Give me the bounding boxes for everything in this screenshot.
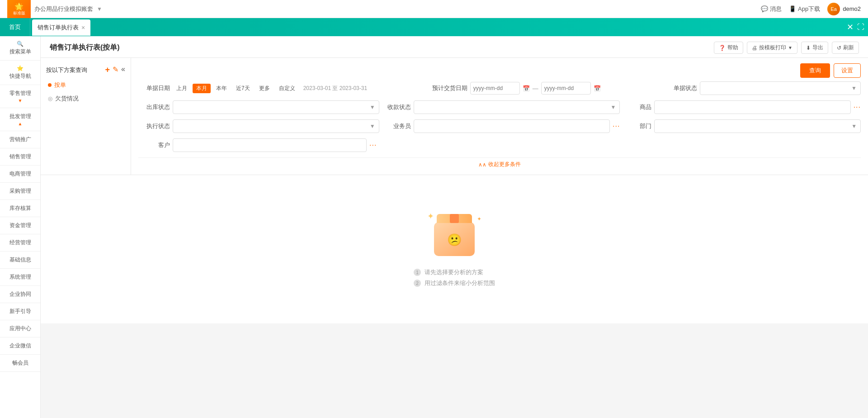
top-bar-left: 🌟 标准版 办公用品行业模拟账套 ▼ <box>7 0 102 18</box>
salesperson-input[interactable] <box>414 119 610 133</box>
sidebar-system-label: 系统管理 <box>9 273 31 281</box>
add-scheme-icon[interactable]: + <box>105 65 110 75</box>
sidebar-item-purchase[interactable]: 采购管理 <box>0 183 40 200</box>
tab-maximize-icon[interactable]: ⛶ <box>857 23 864 31</box>
sidebar-item-marketing[interactable]: 营销推广 <box>0 131 40 148</box>
sidebar-item-wholesale[interactable]: 批发管理 ▲ <box>0 108 40 131</box>
exec-status-select[interactable]: ▼ <box>173 119 379 133</box>
chevron-up-icon: ▲ <box>18 121 23 126</box>
sidebar-item-weixin[interactable]: 企业微信 <box>0 337 40 355</box>
doc-status-field: 单据状态 ▼ <box>665 81 861 95</box>
date-tab-custom[interactable]: 自定义 <box>275 84 299 93</box>
salesperson-label: 业务员 <box>379 122 411 130</box>
sidebar-purchase-label: 采购管理 <box>9 187 31 195</box>
sidebar-item-shortcut[interactable]: ⭐ 快捷导航 <box>0 61 40 85</box>
sidebar-item-operations[interactable]: 经营管理 <box>0 234 40 252</box>
top-bar: 🌟 标准版 办公用品行业模拟账套 ▼ 💬 消息 📱 App下载 Ea demo2 <box>0 0 868 18</box>
product-dots-btn[interactable]: ··· <box>854 103 861 111</box>
sidebar-item-enterprise[interactable]: 企业协同 <box>0 286 40 303</box>
date-tab-this-month[interactable]: 本月 <box>193 84 211 93</box>
department-field: 部门 ▼ <box>620 119 861 133</box>
doc-status-select[interactable]: ▼ <box>700 81 861 95</box>
customer-dots-btn[interactable]: ··· <box>369 141 377 149</box>
export-btn[interactable]: ⬇ 导出 <box>801 42 828 54</box>
sidebar-item-appstore[interactable]: 应用中心 <box>0 320 40 337</box>
filter-form-area: 单据日期 上月 本月 本年 近7天 更多 自定义 2023-03-01 至 20… <box>131 78 868 175</box>
sidebar-item-finance[interactable]: 资金管理 <box>0 217 40 234</box>
refresh-btn[interactable]: ↺ 刷新 <box>832 42 859 54</box>
sidebar-item-member[interactable]: 畅会员 <box>0 355 40 372</box>
sidebar: 🔍 搜索菜单 ⭐ 快捷导航 零售管理 ▼ 批发管理 ▲ 营销推广 销售管理 电商… <box>0 36 41 418</box>
help-icon: ❓ <box>719 45 726 51</box>
export-icon: ⬇ <box>806 45 811 51</box>
sidebar-item-search[interactable]: 🔍 搜索菜单 <box>0 36 40 61</box>
user-name: demo2 <box>843 5 861 12</box>
collapse-panel-icon[interactable]: « <box>121 65 125 75</box>
settings-btn[interactable]: 设置 <box>834 63 861 78</box>
expected-date-start[interactable] <box>470 82 520 95</box>
help-label: 帮助 <box>727 44 738 52</box>
top-bar-right: 💬 消息 📱 App下载 Ea demo2 <box>761 3 861 15</box>
tab-label: 销售订单执行表 <box>38 24 79 32</box>
user-area[interactable]: Ea demo2 <box>827 3 861 15</box>
sidebar-item-newbie[interactable]: 新手引导 <box>0 303 40 320</box>
department-select[interactable]: ▼ <box>654 119 861 133</box>
doc-status-label: 单据状态 <box>665 84 697 92</box>
date-tab-more[interactable]: 更多 <box>255 84 274 93</box>
sidebar-basic-label: 基础信息 <box>9 256 31 264</box>
sidebar-item-inventory[interactable]: 库存核算 <box>0 200 40 217</box>
delivery-status-field: 出库状态 ▼ <box>138 100 379 114</box>
box-face-icon: 😕 <box>447 233 462 247</box>
top-right-buttons: 查询 设置 <box>131 58 868 78</box>
empty-tips: 1 请先选择要分析的方案 2 用过滤条件来缩小分析范围 <box>414 268 495 287</box>
salesperson-field: 业务员 ··· <box>379 119 620 133</box>
messages-label: 消息 <box>770 5 782 13</box>
calendar-start-icon[interactable]: 📅 <box>523 85 530 92</box>
customer-input[interactable] <box>173 138 367 152</box>
left-panel-header: 按以下方案查询 + ✎ « <box>41 63 131 78</box>
date-tabs-group: 上月 本月 本年 近7天 更多 自定义 <box>173 84 299 93</box>
sidebar-item-sales[interactable]: 销售管理 <box>0 148 40 166</box>
collection-status-select[interactable]: ▼ <box>414 100 620 114</box>
date-tab-last-month[interactable]: 上月 <box>173 84 191 93</box>
tab-home-label: 首页 <box>9 23 21 31</box>
department-arrow: ▼ <box>851 123 857 129</box>
export-label: 导出 <box>812 44 823 52</box>
sidebar-item-ecommerce[interactable]: 电商管理 <box>0 166 40 183</box>
shortage-icon: ◎ <box>48 95 52 102</box>
active-dot <box>48 83 52 87</box>
messages-btn[interactable]: 💬 消息 <box>761 5 782 13</box>
tip-text-1: 请先选择要分析的方案 <box>425 268 483 276</box>
date-tab-7days[interactable]: 近7天 <box>232 84 254 93</box>
delivery-status-label: 出库状态 <box>138 103 170 111</box>
edit-scheme-icon[interactable]: ✎ <box>113 65 118 75</box>
tip-num-2: 2 <box>414 280 421 287</box>
star-icon-1: ✦ <box>427 211 434 221</box>
app-download-btn[interactable]: 📱 App下载 <box>789 5 820 13</box>
sidebar-retail-label: 零售管理 <box>9 90 31 97</box>
product-input[interactable] <box>654 100 850 114</box>
tab-close-btn[interactable]: × <box>81 24 85 31</box>
print-btn[interactable]: 🖨 按模板打印 ▼ <box>747 42 797 54</box>
salesperson-dots-btn[interactable]: ··· <box>613 122 620 130</box>
app-selector[interactable]: 办公用品行业模拟账套 <box>34 5 93 13</box>
sidebar-item-retail[interactable]: 零售管理 ▼ <box>0 85 40 108</box>
collapse-btn[interactable]: ∧∧ 收起更多条件 <box>478 161 521 168</box>
calendar-end-icon[interactable]: 📅 <box>594 85 601 92</box>
scheme-item-order[interactable]: 按单 <box>41 78 131 92</box>
delivery-status-select[interactable]: ▼ <box>173 100 379 114</box>
tab-close-window-icon[interactable]: ✕ <box>847 22 854 32</box>
tab-sales-order[interactable]: 销售订单执行表 × <box>32 19 90 36</box>
expected-date-end[interactable] <box>541 82 591 95</box>
tab-home[interactable]: 首页 <box>0 18 30 36</box>
sidebar-item-basic[interactable]: 基础信息 <box>0 252 40 269</box>
scheme-item-shortage[interactable]: ◎ 欠货情况 <box>41 92 131 105</box>
page-actions: ❓ 帮助 🖨 按模板打印 ▼ ⬇ 导出 ↺ 刷新 <box>714 42 859 54</box>
date-tab-this-year[interactable]: 本年 <box>212 84 231 93</box>
help-btn[interactable]: ❓ 帮助 <box>714 42 743 54</box>
page-title: 销售订单执行表(按单) <box>50 43 120 52</box>
sidebar-item-system[interactable]: 系统管理 <box>0 269 40 286</box>
app-selector-arrow[interactable]: ▼ <box>97 6 102 12</box>
query-btn[interactable]: 查询 <box>800 63 830 78</box>
app-download-icon: 📱 <box>789 5 796 12</box>
